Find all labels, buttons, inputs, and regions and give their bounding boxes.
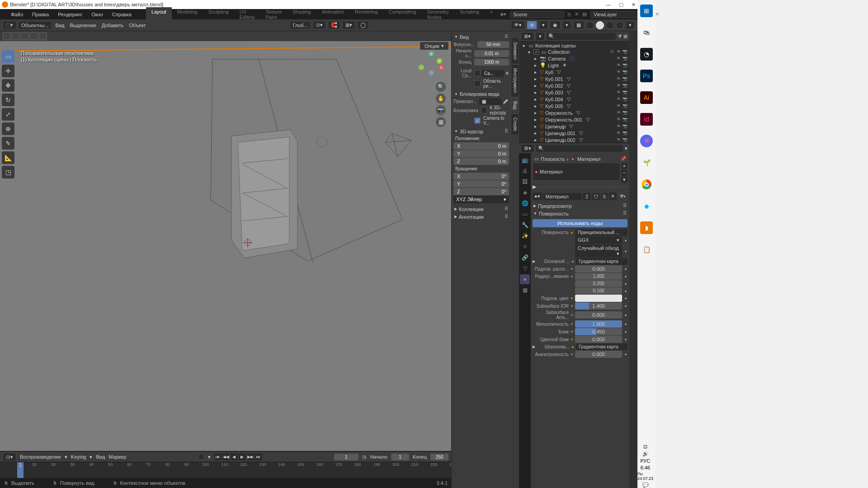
eye-icon[interactable]: 👁 [616,137,621,143]
select-inv-btn[interactable] [21,32,29,40]
viewlayer-icon[interactable]: ▤ [582,11,587,17]
orient-dropdown[interactable]: Глоб... [290,21,311,29]
eye-icon[interactable]: 👁 [616,49,621,55]
app-icon[interactable]: ◆ [640,200,653,212]
outliner-item[interactable]: ▸▽Окружность.001▽👁📷 [520,116,628,123]
outliner-editor-dropdown[interactable]: ≣▾ [521,32,534,41]
outliner-item[interactable]: ▸▽Куб.005▽👁📷 [520,103,628,109]
tray-expand-icon[interactable]: ⊡ [643,444,647,450]
roughness-link[interactable]: Градиентная карта [576,343,627,350]
renderregion-check[interactable] [474,80,481,87]
outliner-filter-icon[interactable]: ⧩ [618,33,622,39]
menu-file[interactable]: Файл [7,12,27,17]
clock-time[interactable]: 6:46 [641,465,650,470]
outliner-item[interactable]: ▸▽Куб.004▽👁📷 [520,96,628,103]
store-icon[interactable]: 🛍 [640,26,653,39]
surface-shader-dropdown[interactable]: Принципиальный ... [575,229,627,236]
tab-render-icon[interactable]: 📺 [520,155,530,165]
radius-y[interactable]: 0.200 [575,280,622,287]
menu-help[interactable]: Справка [108,12,135,17]
cam-icon[interactable]: 📷 [622,83,627,89]
eye-icon[interactable]: 👁 [616,83,621,89]
tab-object-icon[interactable]: ▭ [520,209,530,219]
cam-icon[interactable]: 📷 [622,49,627,55]
cam-icon[interactable]: 📷 [622,117,627,122]
select-all-btn[interactable] [3,32,11,40]
cursor-y[interactable]: Y0 m [453,150,509,157]
eye-icon[interactable]: 👁 [616,124,621,129]
outliner-item[interactable]: ▸▽Окружность▽👁📷 [520,109,628,116]
panel-cursor-header[interactable]: ▼3D-курсор⠿ [453,127,509,135]
select-box-btn[interactable] [30,32,38,40]
lang-label[interactable]: РУС [641,458,651,464]
metallic-slider[interactable]: 1.000 [575,320,622,328]
tab-output-icon[interactable]: 🖨 [520,166,530,176]
3d-viewport[interactable]: Опции ▾ Пользовательская перспектива (1)… [0,41,451,451]
xray-toggle[interactable]: ▦ [573,21,584,29]
distribution-dropdown[interactable]: GGX▾ [575,236,622,244]
scene-del-icon[interactable]: ✕ [575,11,579,17]
props-search[interactable]: 🔍 [536,145,623,152]
mat-unlink[interactable]: ✕ [609,192,617,200]
panel-view-header[interactable]: ▼Вид⠿ [453,33,509,41]
cam-icon[interactable]: 📷 [622,131,627,136]
end-frame-input[interactable]: 250 [430,454,448,460]
cam-icon[interactable]: 📷 [622,56,627,61]
current-frame-input[interactable]: 1 [334,454,359,460]
steam-icon[interactable]: ◔ [640,48,653,61]
shading-dropdown[interactable]: ▾ [626,21,635,29]
tint-slider[interactable]: 0.000 [575,336,622,343]
n-tab-tool[interactable]: Инструмент [511,64,519,97]
eye-icon[interactable]: 👁 [616,103,621,109]
eye-icon[interactable]: 👁 [616,76,621,82]
menu-select[interactable]: Выделение [68,23,98,28]
mode-dropdown[interactable]: Объектны... [18,21,52,29]
cam-icon[interactable]: 📷 [622,103,627,109]
lock-cursor-check[interactable] [481,107,487,113]
playhead[interactable]: 1 [17,462,24,478]
scene-icon[interactable]: ◈▾ [500,11,506,17]
nav-camera[interactable]: 📷 [436,105,446,115]
indesign-icon[interactable]: Id [640,113,653,126]
outliner-item[interactable]: ▸💡Light☀👁📷 [520,62,628,69]
menu-object[interactable]: Объект [127,23,147,28]
outliner-item[interactable]: ▸▽Цилиндр.002▽👁📷 [520,136,628,143]
viewlayer-del-icon[interactable]: ✕ [655,11,659,17]
tool-cursor[interactable]: ✛ [2,65,14,77]
cam-icon[interactable]: 📷 [622,110,627,116]
subsurface-slider[interactable]: 0.000 [575,265,622,272]
nav-zoom[interactable]: 🔍 [436,82,446,92]
tl-menu-keying[interactable]: Keying [71,454,86,460]
minimize-button[interactable]: — [606,2,611,8]
localcam-input[interactable]: Ca... [481,70,504,77]
outliner-search[interactable]: 🔍 [547,33,616,40]
outliner-item[interactable]: ▸▽Куб.003▽👁📷 [520,89,628,96]
excl-icon[interactable]: ☑ [609,49,615,55]
outliner-display-dropdown[interactable]: ▾ [536,32,545,41]
tool-select[interactable]: ▭ [2,50,14,63]
outliner-item[interactable]: ▸▽Куб.001▽👁📷 [520,75,628,82]
localcam-x[interactable]: ✕ [505,70,509,76]
overlay-dropdown[interactable]: ▾ [562,21,571,29]
menu-window[interactable]: Окно [88,12,107,17]
vis-dropdown[interactable]: 👁▾ [511,21,525,29]
tool-transform[interactable]: ⊕ [2,122,14,135]
n-tab-item[interactable]: Элемент [511,38,519,64]
mat-menu[interactable]: ▾ [621,176,627,183]
eye-icon[interactable]: 👁 [616,97,621,102]
mat-new[interactable]: ⎘ [601,193,608,200]
tool-annotate[interactable]: ✎ [2,137,14,150]
cursor-rz[interactable]: Z0° [453,188,509,195]
n-tab-view[interactable]: Вид [511,97,519,113]
tab-material-icon[interactable]: ● [520,274,530,284]
tab-particle-icon[interactable]: ✨ [520,231,530,241]
use-nodes-button[interactable]: Использовать ноды [533,219,627,227]
shading-solid[interactable] [596,21,604,29]
props-editor-dropdown[interactable]: ⚙▾ [521,144,534,153]
tool-addcube[interactable]: ◳ [2,166,14,178]
base-color-link[interactable]: Градиентная карта [576,258,627,265]
cam-icon[interactable]: 📷 [622,63,627,68]
eye-icon[interactable]: 👁 [616,117,621,122]
radius-z[interactable]: 0.100 [575,287,622,294]
shading-rendered[interactable] [616,21,624,29]
